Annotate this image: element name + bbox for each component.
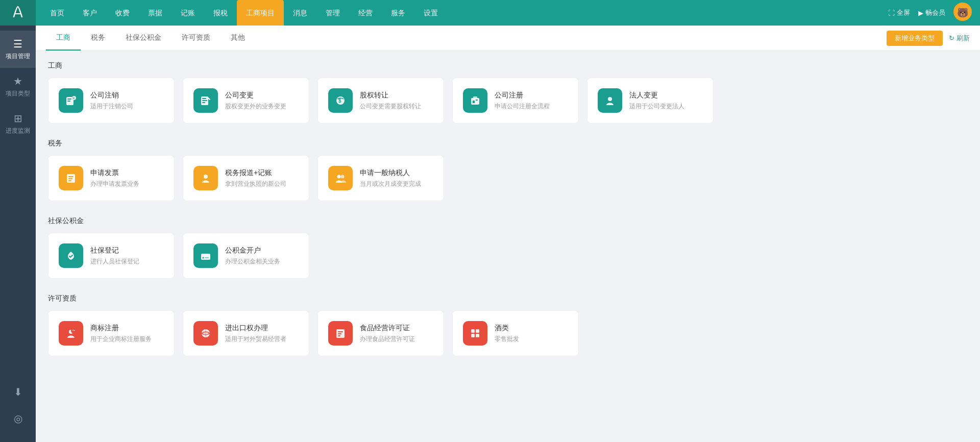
card-icon-general-taxpayer	[328, 166, 353, 190]
card-text-trademark: 商标注册 用于企业商标注册服务	[90, 324, 164, 343]
card-grid-tax: 申请发票 办理申请发票业务 税务报道+记账 拿到营业执照的新公司	[48, 155, 968, 201]
card-import-export[interactable]: 进出口权办理 适用于对外贸易经营者	[183, 310, 309, 356]
sidebar-settings-btn[interactable]: ◎	[0, 405, 36, 432]
content-area: 工商 税务 社保公积金 许可资质 其他 新增业务类型 ↻ 刷新 工商	[36, 26, 980, 442]
top-nav: 首页 客户 收费 票据 记账 报税 工商项目 消息 管理 经营 服务 设置 ⛶ …	[0, 0, 980, 26]
nav-operation[interactable]: 经营	[349, 0, 382, 26]
fullscreen-btn[interactable]: ⛶ 全屏	[888, 8, 910, 17]
svg-rect-41	[471, 334, 475, 337]
refresh-button[interactable]: ↻ 刷新	[949, 34, 970, 43]
nav-items: 首页 客户 收费 票据 记账 报税 工商项目 消息 管理 经营 服务 设置	[36, 0, 888, 26]
logo-area	[0, 0, 36, 26]
nav-industry[interactable]: 工商项目	[237, 0, 284, 26]
tab-other[interactable]: 其他	[220, 26, 255, 51]
nav-tax[interactable]: 报税	[204, 0, 237, 26]
nav-account[interactable]: 记账	[172, 0, 204, 26]
card-desc-equity-transfer: 公司变更需要股权转让	[360, 102, 433, 111]
new-type-button[interactable]: 新增业务类型	[887, 31, 943, 46]
card-icon-fund-open	[193, 243, 218, 268]
card-text-company-register: 公司注册 申请公司注册全流程	[495, 91, 568, 111]
avatar: 🐻	[953, 3, 972, 23]
sidebar-item-project-type[interactable]: ★ 项目类型	[0, 68, 36, 105]
card-icon-import-export	[193, 321, 218, 346]
nav-right: ⛶ 全屏 ▶ 畅会员 🐻	[888, 3, 980, 23]
section-title-license: 许可资质	[48, 294, 968, 303]
nav-message[interactable]: 消息	[284, 0, 316, 26]
sidebar-item-project-manage[interactable]: ☰ 项目管理	[0, 31, 36, 68]
card-text-food-license: 食品经营许可证 办理食品经营许可证	[360, 324, 433, 343]
svg-text:™: ™	[72, 329, 76, 333]
card-icon-equity-transfer: $	[328, 88, 353, 113]
svg-rect-8	[202, 98, 206, 99]
content-scroll[interactable]: 工商 ✕ 公司注销 适用于注销公司	[36, 51, 980, 442]
card-company-change[interactable]: 公司变更 股权变更外的业务变更	[183, 78, 309, 124]
card-alcohol[interactable]: 酒类 零售批发	[452, 310, 579, 356]
sidebar-download-btn[interactable]: ⬇	[0, 379, 36, 405]
card-text-alcohol: 酒类 零售批发	[495, 324, 568, 343]
card-title-company-cancel: 公司注销	[90, 91, 164, 100]
card-social-register[interactable]: 社保登记 进行人员社保登记	[48, 233, 175, 279]
card-desc-tax-report: 拿到营业执照的新公司	[225, 180, 299, 188]
section-title-tax: 税务	[48, 139, 968, 148]
card-tax-report[interactable]: 税务报道+记账 拿到营业执照的新公司	[183, 155, 309, 201]
section-title-social: 社保公积金	[48, 216, 968, 226]
svg-rect-26	[201, 255, 210, 257]
svg-rect-21	[68, 180, 71, 181]
grid-icon: ⊞	[14, 112, 22, 125]
svg-rect-4	[67, 101, 70, 102]
card-icon-company-cancel: ✕	[59, 88, 83, 113]
card-general-taxpayer[interactable]: 申请一般纳税人 当月或次月成变更完成	[317, 155, 444, 201]
card-desc-trademark: 用于企业商标注册服务	[90, 335, 164, 343]
card-title-general-taxpayer: 申请一般纳税人	[360, 168, 433, 178]
card-text-company-cancel: 公司注销 适用于注销公司	[90, 91, 164, 111]
nav-client[interactable]: 客户	[74, 0, 106, 26]
card-text-general-taxpayer: 申请一般纳税人 当月或次月成变更完成	[360, 168, 433, 188]
card-text-legal-change: 法人变更 适用于公司变更法人	[629, 91, 703, 111]
card-icon-alcohol	[463, 321, 487, 346]
nav-home[interactable]: 首页	[41, 0, 74, 26]
tab-social-fund[interactable]: 社保公积金	[115, 26, 172, 51]
tab-bar-left: 工商 税务 社保公积金 许可资质 其他	[46, 26, 887, 51]
member-btn[interactable]: ▶ 畅会员	[918, 8, 945, 17]
card-title-fund-open: 公积金开户	[225, 246, 299, 255]
card-desc-alcohol: 零售批发	[495, 335, 568, 343]
svg-rect-38	[338, 335, 340, 336]
svg-point-23	[337, 175, 341, 179]
tab-tax[interactable]: 税务	[81, 26, 115, 51]
card-fund-open[interactable]: 公积金开户 办理公积金相关业务	[183, 233, 309, 279]
card-legal-change[interactable]: 法人变更 适用于公司变更法人	[587, 78, 714, 124]
svg-text:✕: ✕	[72, 96, 75, 100]
nav-service[interactable]: 服务	[382, 0, 414, 26]
nav-setting[interactable]: 设置	[414, 0, 447, 26]
card-icon-company-register	[463, 88, 487, 113]
card-title-company-change: 公司变更	[225, 91, 299, 100]
card-text-fund-open: 公积金开户 办理公积金相关业务	[225, 246, 299, 266]
card-food-license[interactable]: 食品经营许可证 办理食品经营许可证	[317, 310, 444, 356]
nav-fee[interactable]: 收费	[106, 0, 139, 26]
card-desc-company-register: 申请公司注册全流程	[495, 102, 568, 111]
card-title-legal-change: 法人变更	[629, 91, 703, 100]
member-icon: ▶	[918, 9, 923, 17]
nav-manage[interactable]: 管理	[316, 0, 349, 26]
card-text-equity-transfer: 股权转让 公司变更需要股权转让	[360, 91, 433, 111]
tab-industry[interactable]: 工商	[46, 26, 81, 51]
card-invoice[interactable]: 申请发票 办理申请发票业务	[48, 155, 175, 201]
nav-bill[interactable]: 票据	[139, 0, 172, 26]
card-trademark[interactable]: ™ 商标注册 用于企业商标注册服务	[48, 310, 175, 356]
svg-rect-37	[338, 333, 341, 334]
card-text-tax-report: 税务报道+记账 拿到营业执照的新公司	[225, 168, 299, 188]
card-desc-import-export: 适用于对外贸易经营者	[225, 335, 299, 343]
svg-rect-10	[202, 102, 205, 103]
card-title-tax-report: 税务报道+记账	[225, 168, 299, 178]
tab-license[interactable]: 许可资质	[172, 26, 220, 51]
card-title-import-export: 进出口权办理	[225, 324, 299, 333]
card-title-social-register: 社保登记	[90, 246, 164, 255]
card-equity-transfer[interactable]: $ 股权转让 公司变更需要股权转让	[317, 78, 444, 124]
card-icon-legal-change	[598, 88, 622, 113]
card-desc-invoice: 办理申请发票业务	[90, 180, 164, 188]
card-company-register[interactable]: 公司注册 申请公司注册全流程	[452, 78, 579, 124]
sidebar-item-progress[interactable]: ⊞ 进度监测	[0, 105, 36, 142]
circle-icon: ◎	[14, 412, 22, 425]
card-company-cancel[interactable]: ✕ 公司注销 适用于注销公司	[48, 78, 175, 124]
card-icon-food-license	[328, 321, 353, 346]
